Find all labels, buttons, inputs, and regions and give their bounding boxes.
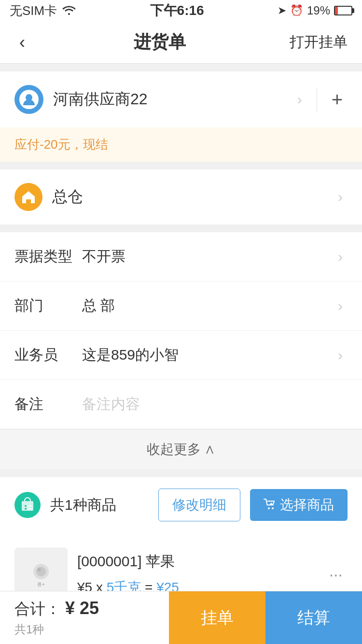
- total-amount: ¥ 25: [65, 598, 99, 618]
- svg-point-10: [36, 567, 46, 576]
- supplier-avatar: [14, 85, 43, 114]
- open-pending-button[interactable]: 打开挂单: [290, 32, 348, 52]
- settle-button[interactable]: 结算: [265, 591, 362, 644]
- product-name: [0000001] 苹果: [77, 552, 315, 572]
- alarm-icon: ⏰: [290, 4, 303, 17]
- add-supplier-button[interactable]: +: [327, 89, 348, 111]
- warehouse-chevron-icon: ›: [338, 189, 343, 205]
- svg-text:兽+: 兽+: [37, 582, 45, 587]
- warehouse-card: 总仓 ›: [0, 169, 362, 224]
- invoice-type-value: 不开票: [82, 247, 338, 266]
- battery-label: 19%: [307, 4, 330, 17]
- invoice-type-row[interactable]: 票据类型 不开票 ›: [0, 232, 362, 281]
- invoice-type-label: 票据类型: [14, 247, 82, 266]
- select-product-label: 选择商品: [280, 496, 334, 514]
- notice-banner: 应付-20元，现结: [0, 127, 362, 162]
- salesperson-value: 这是859的小智: [82, 345, 338, 365]
- total-label: 合计：: [14, 600, 61, 617]
- supplier-card: 河南供应商22 › + 应付-20元，现结: [0, 71, 362, 162]
- divider: [317, 87, 317, 112]
- location-icon: ➤: [278, 4, 286, 17]
- summary-count: 共1种: [14, 622, 154, 637]
- warehouse-icon: [14, 183, 42, 211]
- edit-detail-button[interactable]: 修改明细: [158, 489, 240, 521]
- remarks-placeholder: 备注内容: [82, 394, 348, 414]
- battery-icon: [334, 6, 352, 15]
- products-header: 共1种商品 修改明细 选择商品: [0, 477, 362, 533]
- status-left: 无SIM卡: [10, 2, 76, 19]
- svg-point-11: [37, 568, 41, 572]
- svg-rect-1: [26, 199, 31, 203]
- remarks-row[interactable]: 备注 备注内容: [0, 380, 362, 429]
- collapse-button[interactable]: 收起更多 ∧: [0, 429, 362, 469]
- bottom-summary-bar: 合计： ¥ 25 共1种 挂单 结算: [0, 591, 362, 644]
- svg-point-3: [25, 505, 27, 507]
- department-chevron-icon: ›: [338, 298, 343, 314]
- product-title: 苹果: [146, 553, 175, 569]
- department-row[interactable]: 部门 总 部 ›: [0, 281, 362, 331]
- product-info: [0000001] 苹果 ¥5 x 5千克 = ¥25: [77, 552, 315, 597]
- more-options-button[interactable]: ···: [324, 560, 348, 588]
- nav-bar: ‹ 进货单 打开挂单: [0, 21, 362, 64]
- svg-rect-4: [28, 505, 32, 506]
- warehouse-name: 总仓: [52, 186, 338, 208]
- status-right: ➤ ⏰ 19%: [278, 4, 352, 17]
- summary-total: 合计： ¥ 25: [14, 598, 154, 620]
- select-product-button[interactable]: 选择商品: [250, 489, 348, 521]
- form-card: 票据类型 不开票 › 部门 总 部 › 业务员 这是859的小智 › 备注 备注…: [0, 232, 362, 469]
- invoice-chevron-icon: ›: [338, 249, 343, 265]
- back-button[interactable]: ‹: [14, 28, 30, 57]
- salesperson-label: 业务员: [14, 345, 82, 365]
- department-label: 部门: [14, 296, 82, 316]
- notice-text: 应付-20元，现结: [14, 137, 108, 152]
- main-content: 河南供应商22 › + 应付-20元，现结 总仓 › 票据类型 不开票 ›: [0, 71, 362, 644]
- status-bar: 无SIM卡 下午6:16 ➤ ⏰ 19%: [0, 0, 362, 21]
- product-code: [0000001]: [77, 553, 146, 569]
- cart-icon: [264, 497, 276, 513]
- svg-point-5: [25, 508, 27, 510]
- products-count: 共1种商品: [50, 495, 149, 515]
- remarks-label: 备注: [14, 394, 82, 414]
- supplier-row[interactable]: 河南供应商22 › +: [0, 71, 362, 127]
- carrier-label: 无SIM卡: [10, 2, 57, 19]
- supplier-chevron-icon: ›: [297, 91, 302, 108]
- products-icon: [14, 492, 41, 518]
- svg-point-8: [272, 507, 274, 509]
- wifi-icon: [62, 3, 76, 18]
- time-label: 下午6:16: [150, 1, 204, 20]
- salesperson-chevron-icon: ›: [338, 347, 343, 364]
- warehouse-row[interactable]: 总仓 ›: [0, 169, 362, 224]
- svg-rect-6: [28, 508, 32, 509]
- page-title: 进货单: [134, 30, 186, 54]
- pending-button[interactable]: 挂单: [169, 591, 265, 644]
- department-value: 总 部: [82, 296, 338, 316]
- salesperson-row[interactable]: 业务员 这是859的小智 ›: [0, 331, 362, 380]
- supplier-name: 河南供应商22: [53, 89, 297, 110]
- svg-point-7: [268, 507, 270, 509]
- summary-info: 合计： ¥ 25 共1种: [0, 598, 169, 637]
